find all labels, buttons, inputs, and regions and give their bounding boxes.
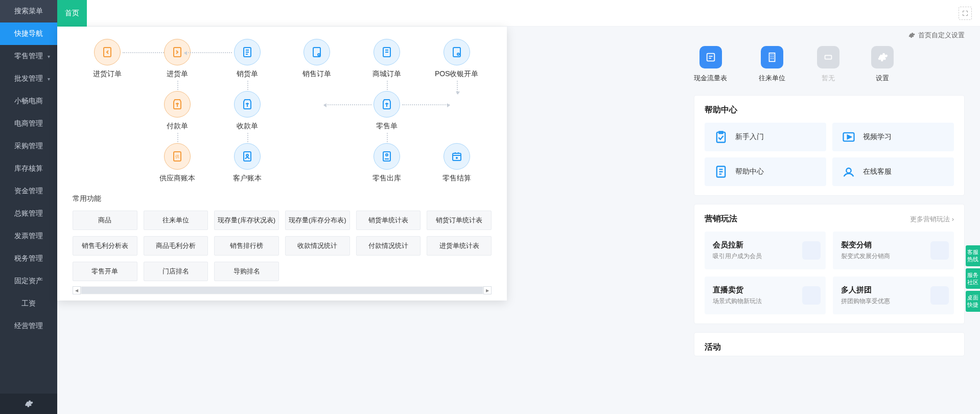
scroll-right-button[interactable]: ▶ <box>483 286 492 294</box>
market-fission[interactable]: 裂变分销 裂变式发展分销商 <box>833 232 954 269</box>
marketing-panel: 营销玩法 更多营销玩法› 会员拉新 吸引用户成为会员 裂变分销 裂变式发展分销商… <box>694 204 965 324</box>
flow-purchase-order[interactable]: 进货订单 <box>73 39 143 79</box>
group-icon <box>930 286 949 305</box>
retail-outbound-icon <box>374 143 400 170</box>
cashflow-icon <box>699 46 722 68</box>
placeholder-icon <box>817 46 839 68</box>
sales-order-icon <box>304 39 330 65</box>
sidebar-item-operation[interactable]: 经营管理 <box>0 315 57 337</box>
sidebar-item-fixedassets[interactable]: 固定资产 <box>0 270 57 292</box>
qbtn-payment-stats[interactable]: 付款情况统计 <box>356 236 421 256</box>
topbar: 首页 <box>57 0 980 27</box>
qbtn-store-rank[interactable]: 门店排名 <box>144 262 208 281</box>
play-icon <box>842 130 856 144</box>
floater-desktop[interactable]: 桌面快捷 <box>966 291 980 312</box>
svg-text:供: 供 <box>175 154 179 159</box>
marketing-more-link[interactable]: 更多营销玩法› <box>910 215 954 224</box>
sidebar-item-funds[interactable]: 资金管理 <box>0 180 57 202</box>
qbtn-product[interactable]: 商品 <box>73 211 137 230</box>
sidebar-item-ledger[interactable]: 总账管理 <box>0 202 57 225</box>
fission-icon <box>930 241 949 260</box>
qbtn-sales-rank[interactable]: 销售排行榜 <box>214 236 279 256</box>
floater-community[interactable]: 服务社区 <box>966 268 980 289</box>
flow-purchase[interactable]: 进货单 <box>143 39 213 79</box>
svg-rect-16 <box>769 53 775 62</box>
sidebar-item-tax[interactable]: 税务管理 <box>0 247 57 270</box>
flow-retail-settle[interactable]: 零售结算 <box>422 143 492 183</box>
qbtn-guide-rank[interactable]: 导购排名 <box>214 262 279 281</box>
activity-panel: 活动 <box>694 332 965 356</box>
sidebar-search-menu[interactable]: 搜索菜单 <box>0 0 57 22</box>
qbtn-receipt-stats[interactable]: 收款情况统计 <box>285 236 350 256</box>
sidebar-item-salary[interactable]: 工资 <box>0 292 57 315</box>
flow-supplier-book[interactable]: 供 供应商账本 <box>143 143 213 183</box>
shortcut-empty[interactable]: 暂无 <box>817 46 839 83</box>
shortcut-settings[interactable]: 设置 <box>871 46 894 83</box>
customer-book-icon <box>234 143 261 170</box>
qbtn-salesorder-stats[interactable]: 销货订单统计表 <box>427 211 492 230</box>
market-group[interactable]: 多人拼团 拼团购物享受优惠 <box>833 277 954 314</box>
flow-sales-order[interactable]: 销售订单 <box>282 39 352 79</box>
help-service[interactable]: 在线客服 <box>832 157 954 186</box>
sidebar-item-purchase[interactable]: 采购管理 <box>0 135 57 157</box>
chevron-down-icon: ▾ <box>48 54 50 59</box>
shortcut-row: 现金流量表 往来单位 暂无 设置 <box>694 44 965 95</box>
flow-receipt[interactable]: 收款单 <box>212 91 282 131</box>
receipt-icon <box>234 91 261 118</box>
qbtn-sales-stats[interactable]: 销货单统计表 <box>356 211 421 230</box>
svg-rect-17 <box>825 55 832 59</box>
qbtn-purchase-stats[interactable]: 进货单统计表 <box>427 236 492 256</box>
home-custom-settings[interactable]: 首页自定义设置 <box>694 27 965 44</box>
svg-point-7 <box>457 53 459 55</box>
shortcut-cashflow[interactable]: 现金流量表 <box>694 46 727 83</box>
building-icon <box>761 46 783 68</box>
sidebar-item-retail[interactable]: 零售管理▾ <box>0 45 57 67</box>
sidebar-item-quicknav[interactable]: 快捷导航 <box>0 22 57 45</box>
tab-home[interactable]: 首页 <box>57 0 87 27</box>
retail-settle-icon <box>444 143 470 170</box>
sidebar-settings-button[interactable] <box>0 394 57 414</box>
retail-icon <box>374 91 400 118</box>
qbtn-retail-open[interactable]: 零售开单 <box>73 262 137 281</box>
help-video[interactable]: 视频学习 <box>832 123 954 151</box>
help-title: 帮助中心 <box>705 105 737 116</box>
sidebar-item-invoice[interactable]: 发票管理 <box>0 225 57 247</box>
live-icon <box>802 286 821 305</box>
qbtn-contacts[interactable]: 往来单位 <box>144 211 208 230</box>
common-functions-title: 常用功能 <box>73 194 492 203</box>
horizontal-scrollbar[interactable]: ◀ ▶ <box>73 286 492 294</box>
supplier-book-icon: 供 <box>164 143 191 170</box>
fullscreen-icon <box>962 10 968 16</box>
right-column: 首页自定义设置 现金流量表 往来单位 暂无 设置 帮助中心 新手入门 <box>694 27 965 364</box>
market-member[interactable]: 会员拉新 吸引用户成为会员 <box>705 232 826 269</box>
sidebar-item-wholesale[interactable]: 批发管理▾ <box>0 67 57 90</box>
shortcut-contacts[interactable]: 往来单位 <box>759 46 785 83</box>
sidebar-item-ecommerce[interactable]: 电商管理 <box>0 112 57 135</box>
qbtn-gross-analysis[interactable]: 销售毛利分析表 <box>73 236 137 256</box>
flow-pos[interactable]: POS收银开单 <box>422 39 492 79</box>
svg-point-13 <box>386 154 388 156</box>
qbtn-product-gross[interactable]: 商品毛利分析 <box>144 236 208 256</box>
flow-retail[interactable]: 零售单 <box>352 91 422 131</box>
qbtn-stock-dist[interactable]: 现存量(库存分布表) <box>285 211 350 230</box>
mall-order-icon <box>374 39 400 65</box>
help-center[interactable]: 帮助中心 <box>705 157 826 186</box>
svg-rect-15 <box>707 54 714 61</box>
help-newbie[interactable]: 新手入门 <box>705 123 826 151</box>
fullscreen-button[interactable] <box>959 7 972 20</box>
scroll-left-button[interactable]: ◀ <box>73 286 81 294</box>
purchase-order-icon <box>94 39 121 65</box>
chevron-down-icon: ▾ <box>48 76 50 82</box>
qbtn-stock-status[interactable]: 现存量(库存状况表) <box>214 211 279 230</box>
floater-hotline[interactable]: 客服热线 <box>966 245 980 266</box>
flow-customer-book[interactable]: 客户账本 <box>212 143 282 183</box>
flow-mall-order[interactable]: 商城订单 <box>352 39 422 79</box>
flow-retail-outbound[interactable]: 零售出库 <box>352 143 422 183</box>
svg-point-4 <box>318 54 320 56</box>
market-live[interactable]: 直播卖货 场景式购物新玩法 <box>705 277 826 314</box>
flow-payment[interactable]: 付款单 <box>143 91 213 131</box>
gear-icon <box>871 46 894 68</box>
flow-sales[interactable]: 销货单 <box>212 39 282 79</box>
sidebar-item-inventory[interactable]: 库存核算 <box>0 157 57 180</box>
sidebar-item-xiaochang[interactable]: 小畅电商 <box>0 90 57 112</box>
